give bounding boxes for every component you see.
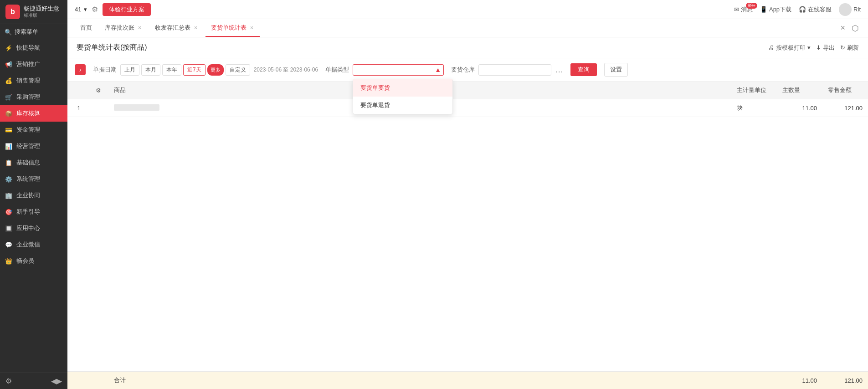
online-service-button[interactable]: 🎧 在线客服 (799, 5, 832, 14)
row-qty: 11.00 (777, 99, 822, 117)
product-name-placeholder (114, 104, 159, 111)
type-filter-input[interactable] (353, 64, 444, 76)
sidebar-search-label: 搜索菜单 (15, 28, 38, 36)
print-label: 按模板打印 (776, 44, 806, 52)
gear-icon[interactable]: ⚙ (92, 5, 98, 14)
date-btn-this-month[interactable]: 本月 (141, 64, 160, 76)
table-footer: 合计 11.00 121.00 (67, 371, 868, 389)
date-btn-custom[interactable]: 自定义 (226, 64, 250, 76)
tab-home[interactable]: 首页 (75, 20, 98, 37)
chevron-down-icon: ▾ (84, 6, 87, 13)
app-download-button[interactable]: 📱 App下载 (760, 5, 791, 14)
date-btn-more[interactable]: 更多 (207, 64, 224, 76)
type-dropdown-container: ▲ 要货单要货 要货单退货 (353, 64, 444, 76)
sidebar-item-label: 畅会员 (16, 257, 34, 265)
export-label: 导出 (823, 44, 835, 52)
filter-expand-button[interactable]: › (75, 64, 86, 75)
tab-inventory-batch-label: 库存批次账 (105, 24, 134, 32)
online-service-label: 在线客服 (808, 5, 832, 14)
sidebar-item-inventory[interactable]: 📦 库存核算 (0, 105, 67, 122)
data-table: ⚙ 商品 主计量单位 主数量 零售金额 1 (67, 82, 868, 117)
type-filter-label: 单据类型 (325, 66, 349, 74)
sidebar-item-marketing[interactable]: 📢 营销推广 (0, 56, 67, 72)
sidebar-item-label: 基础信息 (16, 159, 40, 167)
tab-expand-icon[interactable]: ⬡ (850, 22, 861, 34)
export-button[interactable]: ⬇ 导出 (816, 44, 835, 52)
tab-order-stats-close[interactable]: × (249, 24, 254, 32)
sidebar-item-wechat[interactable]: 💬 企业微信 (0, 236, 67, 253)
sidebar-item-label: 快捷导航 (16, 44, 40, 52)
topbar-right: ✉ 消息 99+ 📱 App下载 🎧 在线客服 Rit (734, 3, 861, 16)
col-settings-header[interactable]: ⚙ (90, 82, 108, 99)
tab-close-all-icon[interactable]: × (838, 22, 847, 34)
date-range-display: 2023-05-06 至 2023-06-06 (254, 66, 318, 74)
sidebar-search[interactable]: 🔍 搜索菜单 (0, 24, 67, 40)
messages-button[interactable]: ✉ 消息 99+ (734, 5, 753, 14)
enterprise-icon: 🏢 (5, 191, 13, 200)
tab-inventory-batch[interactable]: 库存批次账 × (99, 20, 148, 37)
date-quick-buttons: 上月 本月 本年 近7天 更多 自定义 (120, 64, 250, 76)
sidebar-item-label: 资金管理 (16, 126, 40, 134)
tab-home-label: 首页 (80, 24, 92, 32)
tab-inventory-batch-close[interactable]: × (137, 24, 142, 32)
tabbar-actions: × ⬡ (838, 22, 861, 34)
sidebar: b 畅捷通好生意 标准版 🔍 搜索菜单 ⚡ 快捷导航 📢 营销推广 💰 销售管理… (0, 0, 67, 389)
date-btn-this-year[interactable]: 本年 (162, 64, 181, 76)
store-selector[interactable]: 41 ▾ (75, 6, 87, 13)
user-menu[interactable]: Rit (839, 3, 861, 16)
filter-bar: › 单据日期 上月 本月 本年 近7天 更多 自定义 2023-05-06 至 … (67, 58, 868, 82)
dropdown-option-order-return[interactable]: 要货单退货 (353, 97, 452, 114)
warehouse-more-icon[interactable]: … (555, 66, 563, 74)
sidebar-item-sales[interactable]: 💰 销售管理 (0, 72, 67, 89)
date-filter-group: 单据日期 上月 本月 本年 近7天 更多 自定义 2023-05-06 至 20… (93, 64, 318, 76)
tab-order-stats[interactable]: 要货单统计表 × (205, 20, 260, 37)
sidebar-item-enterprise[interactable]: 🏢 企业协同 (0, 187, 67, 204)
sales-icon: 💰 (5, 77, 13, 85)
sidebar-item-label: 系统管理 (16, 175, 40, 183)
sidebar-item-guide[interactable]: 🎯 新手引导 (0, 204, 67, 220)
avatar (839, 3, 852, 16)
sidebar-item-finance[interactable]: 💳 资金管理 (0, 122, 67, 138)
collapse-icon[interactable]: ◀▶ (51, 377, 62, 385)
data-table-wrap: ⚙ 商品 主计量单位 主数量 零售金额 1 (67, 82, 868, 371)
store-number: 41 (75, 6, 81, 13)
operations-icon: 📊 (5, 142, 13, 150)
page-header: 要货单统计表(按商品) 🖨 按模板打印 ▾ ⬇ 导出 ↻ 刷新 (67, 37, 868, 58)
page-title: 要货单统计表(按商品) (77, 43, 147, 52)
refresh-button[interactable]: ↻ 刷新 (840, 44, 859, 52)
tab-receivable-summary[interactable]: 收发存汇总表 × (149, 20, 204, 37)
sidebar-item-member[interactable]: 👑 畅会员 (0, 253, 67, 269)
sidebar-item-label: 新手引导 (16, 208, 40, 216)
trial-button[interactable]: 体验行业方案 (103, 3, 151, 16)
sidebar-footer: ⚙ ◀▶ (0, 373, 67, 389)
sidebar-item-label: 采购管理 (16, 93, 40, 101)
warehouse-filter-input[interactable] (478, 64, 551, 76)
settings-icon[interactable]: ⚙ (5, 377, 12, 385)
sidebar-item-apps[interactable]: 🔲 应用中心 (0, 220, 67, 236)
row-unit: 块 (731, 99, 777, 117)
row-settings (90, 99, 108, 117)
sidebar-item-label: 企业协同 (16, 191, 40, 200)
tab-receivable-summary-close[interactable]: × (193, 24, 198, 32)
marketing-icon: 📢 (5, 60, 13, 68)
search-icon: 🔍 (5, 29, 12, 36)
basic-icon: 📋 (5, 159, 13, 167)
date-btn-last-month[interactable]: 上月 (120, 64, 139, 76)
print-button[interactable]: 🖨 按模板打印 ▾ (768, 44, 811, 52)
sidebar-item-purchase[interactable]: 🛒 采购管理 (0, 89, 67, 105)
table-row: 1 块 11.00 121.00 (67, 99, 868, 117)
query-button[interactable]: 查询 (570, 63, 597, 76)
sidebar-item-operations[interactable]: 📊 经营管理 (0, 138, 67, 154)
filter-settings-button[interactable]: 设置 (604, 63, 628, 77)
date-filter-label: 单据日期 (93, 66, 117, 74)
sidebar-item-basic[interactable]: 📋 基础信息 (0, 154, 67, 171)
purchase-icon: 🛒 (5, 93, 13, 101)
warehouse-filter-group: 要货仓库 … (451, 64, 563, 76)
sidebar-item-system[interactable]: ⚙️ 系统管理 (0, 171, 67, 187)
sidebar-item-quick-nav[interactable]: ⚡ 快捷导航 (0, 40, 67, 56)
app-logo: b 畅捷通好生意 标准版 (0, 0, 67, 24)
sidebar-item-label: 销售管理 (16, 77, 40, 85)
dropdown-option-order-goods[interactable]: 要货单要货 (353, 79, 452, 97)
page-actions: 🖨 按模板打印 ▾ ⬇ 导出 ↻ 刷新 (768, 44, 859, 52)
date-btn-7days[interactable]: 近7天 (183, 64, 205, 76)
